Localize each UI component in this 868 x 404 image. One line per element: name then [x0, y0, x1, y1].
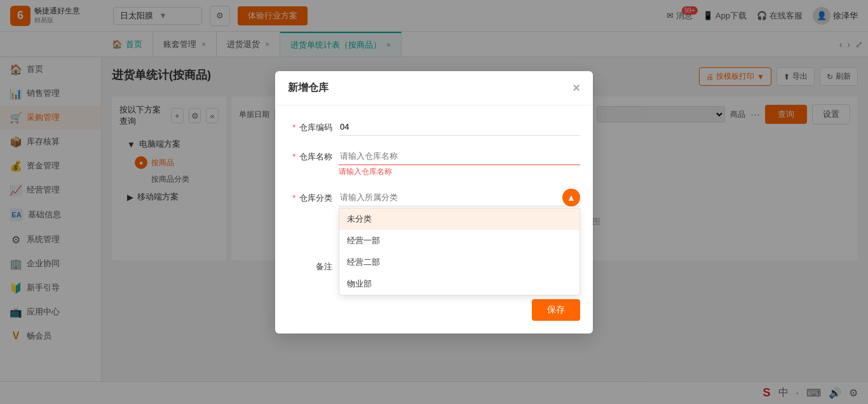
warehouse-name-control: 请输入仓库名称	[339, 147, 580, 177]
category-dropdown: 未分类 经营一部 经营二部 物业部	[339, 208, 580, 295]
category-input-wrapper: ▲	[339, 189, 580, 206]
modal-title: 新增仓库	[288, 81, 329, 95]
warehouse-name-row: * 仓库名称 请输入仓库名称	[288, 147, 580, 177]
required-star2: *	[292, 152, 295, 161]
warehouse-code-label: * 仓库编码	[288, 118, 339, 133]
modal-footer: 保存	[275, 292, 593, 333]
modal-header: 新增仓库 ×	[275, 71, 593, 105]
dropdown-item-uncategorized[interactable]: 未分类	[339, 208, 580, 230]
required-star3: *	[292, 193, 295, 203]
modal-body: * 仓库编码 * 仓库名称 请输入仓库名称	[275, 105, 593, 292]
category-input[interactable]	[339, 189, 580, 206]
dropdown-item-property[interactable]: 物业部	[339, 273, 580, 295]
warehouse-category-label: * 仓库分类	[288, 189, 339, 204]
chevron-up-button[interactable]: ▲	[562, 189, 580, 206]
warehouse-name-error: 请输入仓库名称	[339, 166, 580, 177]
required-star: *	[292, 123, 295, 132]
modal-overlay[interactable]: 新增仓库 × * 仓库编码 * 仓库名称	[0, 0, 868, 404]
dropdown-item-ops1[interactable]: 经营一部	[339, 230, 580, 252]
new-warehouse-modal: 新增仓库 × * 仓库编码 * 仓库名称	[275, 71, 593, 333]
warehouse-code-row: * 仓库编码	[288, 118, 580, 136]
warehouse-name-label: * 仓库名称	[288, 147, 339, 163]
note-label: 备注	[288, 257, 339, 273]
modal-close-button[interactable]: ×	[573, 81, 580, 94]
warehouse-name-input[interactable]	[339, 147, 580, 165]
warehouse-category-row: * 仓库分类 ▲ 未分类 经营一部 经营二部 物业部	[288, 189, 580, 206]
warehouse-code-control	[339, 118, 580, 136]
warehouse-category-control: ▲ 未分类 经营一部 经营二部 物业部	[339, 189, 580, 206]
dropdown-item-ops2[interactable]: 经营二部	[339, 252, 580, 273]
save-button[interactable]: 保存	[532, 299, 580, 321]
warehouse-code-input[interactable]	[339, 118, 580, 136]
